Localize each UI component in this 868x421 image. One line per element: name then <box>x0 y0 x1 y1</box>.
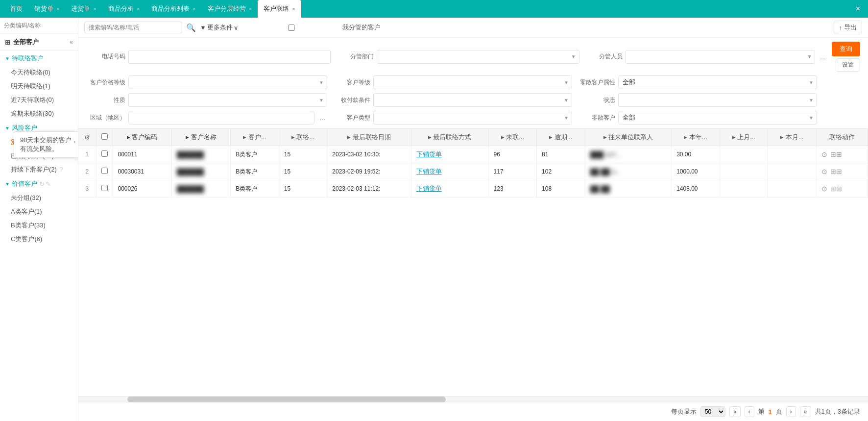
next-page-button[interactable]: › <box>786 406 796 417</box>
row-checkbox[interactable] <box>101 168 108 174</box>
filter-retail-customer-value: 全部 <box>623 113 635 122</box>
cell-checkbox[interactable] <box>96 163 113 180</box>
sidebar-item-class-c[interactable]: C类客户(6) <box>0 232 78 246</box>
tab-analysis[interactable]: 商品分析 × <box>102 0 145 18</box>
filter-dept-select[interactable]: ▼ <box>377 50 579 64</box>
sidebar-item-overdue[interactable]: 逾期未联络(30) <box>0 107 78 121</box>
filter-customer-type-arrow: ▼ <box>564 115 569 121</box>
more-action-icon[interactable]: ⊞⊞ <box>830 168 842 175</box>
filter-price-grade-label: 客户价格等级 <box>86 78 125 87</box>
filter-person-select[interactable]: ▼ <box>626 50 816 64</box>
my-customers-checkbox[interactable] <box>242 25 340 31</box>
filter-retail-attr-select[interactable]: 全部 ▼ <box>618 75 817 89</box>
search-button[interactable]: 🔍 <box>186 23 196 32</box>
sidebar-all-customers[interactable]: ⊞ 全部客户 « <box>0 34 78 51</box>
filter-nature-select[interactable]: ▼ <box>128 93 327 107</box>
col-name-label: ▸ 客户名称 <box>186 133 217 141</box>
export-button[interactable]: ↑ 导出 <box>834 21 863 34</box>
more-conditions-label: 更多条件 <box>207 23 233 32</box>
my-customers-label: 我分管的客户 <box>342 23 381 32</box>
cell-checkbox[interactable] <box>96 180 113 198</box>
sidebar-item-ungrouped[interactable]: 未分组(32) <box>0 191 78 205</box>
value-refresh-icon[interactable]: ↻ <box>39 180 45 188</box>
risk-tooltip: 90天未交易的客户，可能有流失风险。 <box>14 131 78 158</box>
table-row: 2 00030031 ██████ B类客户 15 2023-02-09 19:… <box>78 163 868 180</box>
sidebar-group-value[interactable]: ▼ 价值客户 ↻ ✎ <box>0 176 78 191</box>
tab-customer-contact-close[interactable]: × <box>292 6 295 12</box>
tab-home-label: 首页 <box>10 4 23 13</box>
tab-purchase[interactable]: 进货单 × <box>65 0 102 18</box>
col-name[interactable]: ▸ 客户名称 <box>171 129 230 146</box>
filter-row1-dots[interactable]: ... <box>818 53 828 61</box>
tab-customer-layer-close[interactable]: × <box>249 6 252 12</box>
tab-home[interactable]: 首页 <box>4 0 28 18</box>
value-edit-icon[interactable]: ✎ <box>46 180 51 188</box>
cell-name: ██████ <box>171 163 230 180</box>
cell-last-method: 下销货单 <box>411 180 488 198</box>
cell-last-method: 下销货单 <box>411 163 488 180</box>
col-settings[interactable]: ⚙ <box>78 129 96 146</box>
filter-region: 区域（地区） ... <box>86 111 327 124</box>
page-size-select[interactable]: 50 20 100 <box>700 406 725 417</box>
last-page-button[interactable]: » <box>800 406 811 417</box>
filter-status-arrow: ▼ <box>809 98 814 103</box>
more-action-icon[interactable]: ⊞⊞ <box>830 150 842 158</box>
link-icon[interactable]: ⊙ <box>821 150 827 158</box>
settings-button[interactable]: 设置 <box>836 58 860 72</box>
window-close-button[interactable]: × <box>852 2 864 15</box>
more-action-icon[interactable]: ⊞⊞ <box>830 185 842 193</box>
cell-checkbox[interactable] <box>96 146 113 163</box>
filter-status-select[interactable]: ▼ <box>618 93 817 107</box>
tab-analysis-list[interactable]: 商品分析列表 × <box>145 0 201 18</box>
filter-row4-dots[interactable]: ... <box>317 114 327 122</box>
scrollbar-thumb[interactable] <box>127 396 446 402</box>
col-checkbox[interactable] <box>96 129 113 146</box>
filter-customer-grade-label: 客户等级 <box>331 78 370 87</box>
more-conditions-button[interactable]: ▼ 更多条件 ∨ <box>200 23 239 32</box>
sidebar-item-class-b[interactable]: B类客户(33) <box>0 219 78 232</box>
filter-bar: 🔍 ▼ 更多条件 ∨ 我分管的客户 ↑ 导出 <box>78 18 868 38</box>
filter-customer-grade-select[interactable]: ▼ <box>373 75 572 89</box>
filter-payment-select[interactable]: ▼ <box>373 93 572 107</box>
search-input[interactable] <box>84 22 182 33</box>
col-last-method-label: ▸ 最后联络方式 <box>428 133 472 141</box>
filter-region-select[interactable] <box>128 111 314 124</box>
sidebar-item-declining[interactable]: 持续下滑客户(2) ? <box>0 163 78 176</box>
row-checkbox[interactable] <box>101 150 108 157</box>
tab-customer-layer[interactable]: 客户分层经营 × <box>202 0 258 18</box>
prev-page-button[interactable]: ‹ <box>745 406 754 417</box>
my-customers-checkbox-label[interactable]: 我分管的客户 <box>242 23 381 32</box>
advanced-filter: 电话号码 分管部门 ▼ 分管人员 ▼ ... <box>78 38 868 129</box>
filter-customer-type-select[interactable]: ▼ <box>373 111 572 124</box>
filter-phone-input[interactable] <box>128 50 331 64</box>
tab-analysis-list-close[interactable]: × <box>193 6 195 12</box>
horizontal-scrollbar[interactable] <box>78 396 868 402</box>
first-page-button[interactable]: « <box>729 406 741 417</box>
select-all-checkbox[interactable] <box>101 133 108 140</box>
cell-person: ██ ██ <box>585 180 672 198</box>
chevron-down-icon: ∨ <box>234 24 239 31</box>
filter-dept: 分管部门 ▼ <box>335 50 579 64</box>
tab-sales-close[interactable]: × <box>56 6 59 12</box>
table-row: 1 000011 ██████ B类客户 15 2023-03-02 10:30… <box>78 146 868 163</box>
tab-analysis-close[interactable]: × <box>137 6 140 12</box>
row-checkbox[interactable] <box>101 185 108 191</box>
tab-sales[interactable]: 销货单 × <box>28 0 65 18</box>
sidebar-item-today[interactable]: 今天待联络(0) <box>0 66 78 79</box>
export-icon: ↑ <box>839 24 843 31</box>
tab-customer-contact[interactable]: 客户联络 × <box>258 0 301 18</box>
sidebar-group-pending[interactable]: ▼ 待联络客户 <box>0 51 78 66</box>
sidebar-search-input[interactable] <box>4 22 77 29</box>
tab-purchase-close[interactable]: × <box>93 6 96 12</box>
sidebar-item-class-a[interactable]: A类客户(1) <box>0 205 78 219</box>
link-icon[interactable]: ⊙ <box>821 185 827 193</box>
filter-retail-customer-select[interactable]: 全部 ▼ <box>618 111 817 124</box>
sidebar-collapse-button[interactable]: « <box>70 39 73 46</box>
sidebar-item-tomorrow[interactable]: 明天待联络(1) <box>0 79 78 93</box>
link-icon[interactable]: ⊙ <box>821 168 827 175</box>
filter-price-grade-select[interactable]: ▼ <box>128 75 327 89</box>
col-code[interactable]: ▸ 客户编码 <box>113 129 171 146</box>
cell-rownum: 3 <box>78 180 96 198</box>
sidebar-item-7days[interactable]: 近7天待联络(0) <box>0 93 78 107</box>
query-button[interactable]: 查询 <box>832 42 860 56</box>
